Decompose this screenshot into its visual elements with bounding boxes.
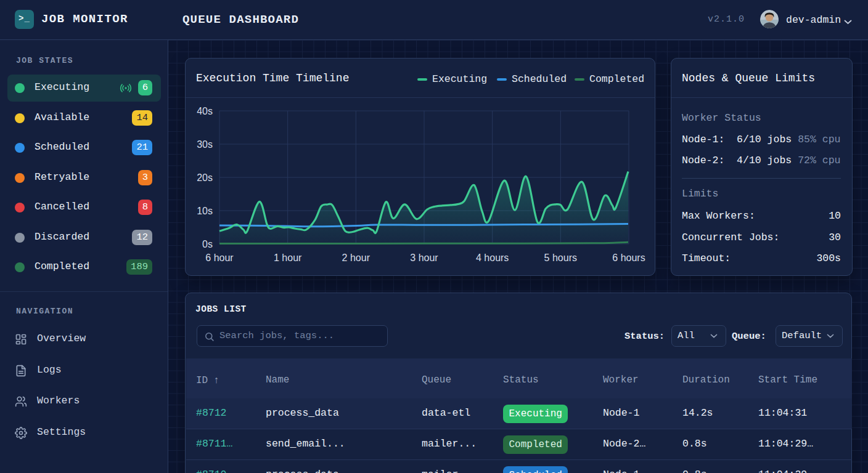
svg-text:3 hour: 3 hour [410,253,438,263]
svg-text:1 hour: 1 hour [274,253,302,263]
svg-text:0s: 0s [202,239,213,249]
svg-text:10s: 10s [197,206,213,216]
svg-text:5 hours: 5 hours [544,253,577,263]
svg-text:30s: 30s [197,139,213,150]
svg-text:4 hours: 4 hours [476,253,509,263]
svg-text:6 hours: 6 hours [612,253,645,263]
svg-text:40s: 40s [197,106,213,116]
svg-text:2 hour: 2 hour [342,253,371,263]
svg-text:20s: 20s [197,172,213,183]
svg-text:6 hour: 6 hour [205,253,234,263]
